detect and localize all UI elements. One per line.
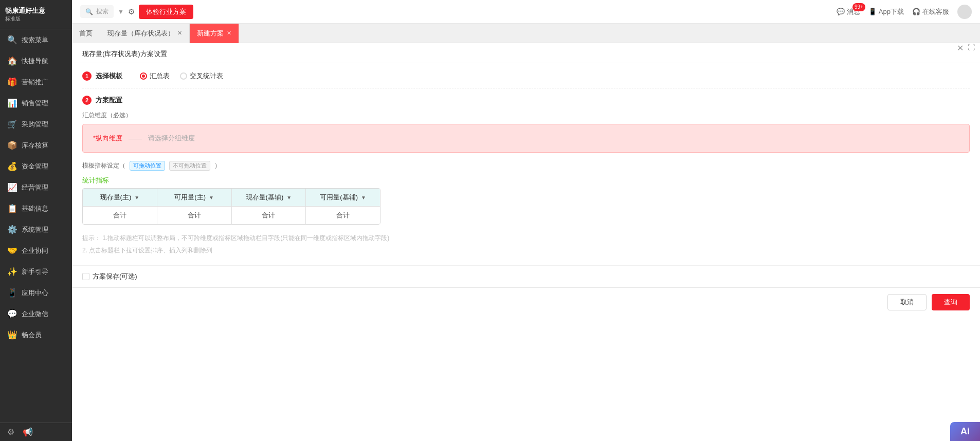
quick-nav-icon: 🏠 — [7, 56, 17, 66]
template-options: 汇总表 交叉统计表 — [140, 71, 223, 81]
window-controls: ✕ ⛶ — [957, 43, 975, 53]
sidebar-item-label-system: 系统管理 — [22, 225, 48, 234]
sidebar-item-label-marketing: 营销推广 — [22, 78, 48, 87]
tab-inventory-close-icon[interactable]: ✕ — [177, 30, 182, 36]
save-option: 方案保存(可选) — [72, 265, 980, 287]
radio-cross[interactable]: 交叉统计表 — [180, 71, 223, 81]
expand-icon[interactable]: ⛶ — [968, 43, 975, 53]
tab-new-plan-close-icon[interactable]: ✕ — [227, 30, 231, 36]
online-service-btn[interactable]: 🎧 在线客服 — [912, 7, 949, 16]
dimension-box[interactable]: *纵向维度 —— 请选择分组维度 — [82, 124, 970, 153]
dimension-line: —— — [129, 135, 142, 142]
section2-header: 2 方案配置 — [82, 96, 970, 105]
cancel-button[interactable]: 取消 — [887, 294, 927, 310]
settings-panel: 1 选择模板 汇总表 交叉统计表 2 方案 — [72, 63, 980, 265]
tab-inventory-status[interactable]: 现存量（库存状况表） ✕ — [100, 24, 190, 43]
settings-icon[interactable]: ⚙ — [7, 427, 14, 437]
query-button[interactable]: 查询 — [932, 294, 970, 310]
finance-icon: 💰 — [7, 161, 17, 171]
system-icon: ⚙️ — [7, 225, 17, 234]
non-draggable-badge: 不可拖动位置 — [169, 161, 210, 171]
industry-btn[interactable]: 体验行业方案 — [139, 5, 193, 19]
stats-col-header-col2: 可用量(主)▼ — [157, 189, 232, 207]
col-chevron-col3[interactable]: ▼ — [286, 195, 292, 200]
sidebar-item-inventory[interactable]: 📦库存核算 — [0, 135, 72, 156]
sidebar-item-label-member: 畅会员 — [22, 330, 42, 340]
sidebar-item-system[interactable]: ⚙️系统管理 — [0, 219, 72, 240]
close-window-icon[interactable]: ✕ — [957, 43, 964, 53]
message-badge: 99+ — [852, 3, 865, 11]
sidebar-item-basic[interactable]: 📋基础信息 — [0, 198, 72, 219]
sidebar-item-label-basic: 基础信息 — [22, 204, 48, 213]
tab-new-plan[interactable]: 新建方案 ✕ — [190, 24, 239, 43]
col-sub-col1: 合计 — [83, 207, 157, 224]
search-box[interactable]: 🔍 搜索 — [80, 5, 114, 18]
col-chevron-col1[interactable]: ▼ — [134, 195, 139, 200]
col-chevron-col4[interactable]: ▼ — [361, 195, 366, 200]
sidebar-item-enterprise[interactable]: 🤝企业协同 — [0, 240, 72, 261]
section1-num: 1 — [82, 71, 92, 81]
sidebar-item-wechat[interactable]: 💬企业微信 — [0, 303, 72, 324]
sidebar-item-sales[interactable]: 📊销售管理 — [0, 93, 72, 114]
sidebar-item-search[interactable]: 🔍搜索菜单 — [0, 29, 72, 50]
divider1 — [82, 88, 970, 88]
dropdown-icon[interactable]: ▼ — [118, 8, 124, 15]
sidebar-item-apps[interactable]: 📱应用中心 — [0, 282, 72, 303]
col-label-col1: 现存量(主) — [100, 193, 132, 202]
stats-col-header-col1: 现存量(主)▼ — [83, 189, 157, 207]
stats-col-body-col1: 合计 — [83, 207, 157, 224]
indicator-settings-label: 模板指标设定（ 可拖动位置 不可拖动位置 ） — [82, 161, 970, 171]
stats-table-body: 合计合计合计合计 — [83, 207, 380, 224]
sidebar-item-label-guide: 新手引导 — [22, 267, 48, 277]
settings-topbar-icon[interactable]: ⚙ — [128, 7, 135, 16]
section2-title: 方案配置 — [96, 96, 122, 105]
wechat-icon: 💬 — [7, 309, 17, 319]
message-btn[interactable]: 💬 消息 99+ — [837, 7, 860, 16]
tabs-bar: 首页 现存量（库存状况表） ✕ 新建方案 ✕ — [72, 24, 980, 43]
radio-summary[interactable]: 汇总表 — [140, 71, 170, 81]
sidebar: 畅康通好生意 标准版 🔍搜索菜单🏠快捷导航🎁营销推广📊销售管理🛒采购管理📦库存核… — [0, 0, 72, 441]
indicator-label-suffix: ） — [214, 161, 221, 170]
section1-header: 1 选择模板 汇总表 交叉统计表 — [82, 71, 970, 81]
tip1: 提示： 1.拖动标题栏可以调整布局，不可跨维度或指标区域拖动栏目字段(只能在同一… — [82, 233, 970, 244]
message-icon: 💬 — [837, 8, 845, 15]
section1-title: 选择模板 — [96, 71, 122, 81]
tab-home[interactable]: 首页 — [72, 24, 100, 43]
indicator-settings: 模板指标设定（ 可拖动位置 不可拖动位置 ） 统计指标 现存量(主)▼可用量(主… — [82, 161, 970, 256]
sidebar-logo: 畅康通好生意 标准版 — [0, 0, 72, 29]
sidebar-item-label-enterprise: 企业协同 — [22, 246, 48, 255]
guide-icon: ✨ — [7, 267, 17, 277]
radio-cross-dot — [180, 72, 187, 80]
ai-fab[interactable]: Ai — [950, 422, 980, 441]
save-checkbox[interactable] — [82, 273, 89, 280]
sidebar-item-marketing[interactable]: 🎁营销推广 — [0, 71, 72, 93]
app-download-btn[interactable]: 📱 App下载 — [868, 7, 904, 16]
indicator-label-prefix: 模板指标设定（ — [82, 161, 125, 170]
topbar-right: 💬 消息 99+ 📱 App下载 🎧 在线客服 — [837, 5, 972, 19]
page-header: 现存量(库存状况表)方案设置 — [72, 43, 980, 63]
logo-title: 畅康通好生意 — [5, 6, 67, 15]
sidebar-nav: 🔍搜索菜单🏠快捷导航🎁营销推广📊销售管理🛒采购管理📦库存核算💰资金管理📈经营管理… — [0, 29, 72, 422]
user-avatar[interactable] — [957, 5, 972, 19]
sidebar-item-purchase[interactable]: 🛒采购管理 — [0, 114, 72, 135]
sidebar-item-guide[interactable]: ✨新手引导 — [0, 261, 72, 282]
tips-section: 提示： 1.拖动标题栏可以调整布局，不可跨维度或指标区域拖动栏目字段(只能在同一… — [82, 233, 970, 256]
speaker-icon[interactable]: 📢 — [23, 427, 33, 437]
enterprise-icon: 🤝 — [7, 246, 17, 255]
sidebar-item-label-apps: 应用中心 — [22, 288, 48, 298]
main-area: 🔍 搜索 ▼ ⚙ 体验行业方案 💬 消息 99+ 📱 App下载 🎧 在线客服 — [72, 0, 980, 441]
col-sub-col4: 合计 — [306, 207, 380, 224]
logo-subtitle: 标准版 — [5, 15, 67, 23]
stats-col-body-col4: 合计 — [306, 207, 380, 224]
topbar: 🔍 搜索 ▼ ⚙ 体验行业方案 💬 消息 99+ 📱 App下载 🎧 在线客服 — [72, 0, 980, 24]
sidebar-item-operation[interactable]: 📈经营管理 — [0, 177, 72, 198]
section2-num: 2 — [82, 96, 92, 105]
search-icon: 🔍 — [85, 8, 93, 15]
sidebar-item-member[interactable]: 👑畅会员 — [0, 324, 72, 345]
col-label-col3: 现存量(基辅) — [246, 193, 284, 202]
sidebar-item-quick-nav[interactable]: 🏠快捷导航 — [0, 50, 72, 71]
sidebar-item-finance[interactable]: 💰资金管理 — [0, 156, 72, 177]
sidebar-item-label-purchase: 采购管理 — [22, 120, 48, 129]
tab-new-plan-label: 新建方案 — [197, 29, 224, 38]
col-chevron-col2[interactable]: ▼ — [209, 195, 214, 200]
